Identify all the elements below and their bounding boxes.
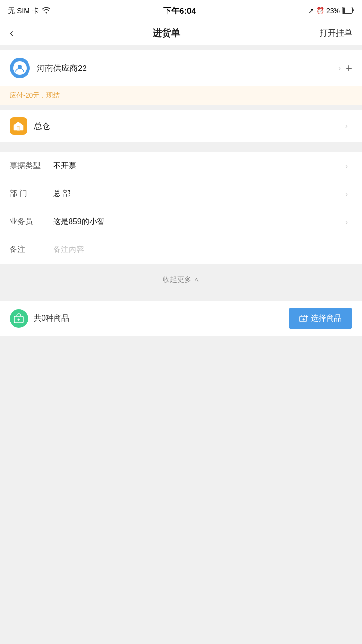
product-icon — [10, 309, 28, 328]
status-left: 无 SIM 卡 — [8, 6, 51, 15]
location-icon: ↗ — [308, 7, 314, 14]
field-row-remark[interactable]: 备注 备注内容 — [0, 236, 362, 264]
field-section: 票据类型 不开票 › 部 门 总 部 › 业务员 这是859的小智 › 备注 备… — [0, 152, 362, 264]
salesperson-chevron-icon: › — [345, 218, 348, 226]
collapse-button[interactable]: 收起更多 ∧ — [0, 268, 362, 291]
notice-text: 应付-20元，现结 — [10, 91, 60, 99]
invoice-type-chevron-icon: › — [345, 162, 348, 170]
battery-icon — [342, 7, 354, 15]
status-bar: 无 SIM 卡 下午6:04 ↗ ⏰ 23% — [0, 0, 362, 21]
field-row-invoice-type[interactable]: 票据类型 不开票 › — [0, 152, 362, 180]
avatar-inner — [13, 61, 27, 75]
svg-rect-4 — [17, 127, 20, 130]
page-title: 进货单 — [153, 27, 180, 40]
field-row-salesperson[interactable]: 业务员 这是859的小智 › — [0, 208, 362, 236]
field-value-salesperson: 这是859的小智 — [53, 217, 345, 227]
section-divider-top — [0, 45, 362, 50]
warehouse-name: 总仓 — [34, 121, 345, 132]
carrier-label: 无 SIM 卡 — [8, 6, 39, 15]
section-divider-2 — [0, 105, 362, 110]
bottom-bar: 共0种商品 选择商品 — [0, 301, 362, 336]
warehouse-row[interactable]: 总仓 › — [0, 110, 362, 142]
field-row-department[interactable]: 部 门 总 部 › — [0, 180, 362, 208]
field-label-invoice-type: 票据类型 — [10, 161, 48, 171]
section-divider-3 — [0, 142, 362, 147]
warehouse-chevron-icon: › — [345, 122, 348, 130]
section-divider-4 — [0, 291, 362, 296]
field-placeholder-remark[interactable]: 备注内容 — [53, 245, 352, 255]
collapse-label: 收起更多 ∧ — [163, 275, 199, 283]
supplier-avatar — [10, 58, 30, 78]
add-supplier-button[interactable]: + — [346, 61, 352, 75]
wifi-icon — [42, 7, 51, 15]
field-value-invoice-type: 不开票 — [53, 161, 345, 171]
open-pending-button[interactable]: 打开挂单 — [320, 28, 352, 39]
product-count-label: 共0种商品 — [34, 313, 289, 323]
select-product-button[interactable]: 选择商品 — [289, 308, 352, 329]
select-product-label: 选择商品 — [311, 313, 342, 323]
notice-bar: 应付-20元，现结 — [0, 86, 362, 105]
status-time: 下午6:04 — [163, 5, 196, 16]
battery-label: 23% — [326, 7, 340, 14]
alarm-icon: ⏰ — [316, 7, 324, 14]
field-label-department: 部 门 — [10, 189, 48, 199]
warehouse-section: 总仓 › — [0, 110, 362, 142]
warehouse-icon — [10, 117, 27, 135]
supplier-chevron-icon: › — [338, 64, 341, 72]
supplier-row[interactable]: 河南供应商22 › + — [0, 50, 362, 86]
field-label-remark: 备注 — [10, 245, 48, 255]
status-right: ↗ ⏰ 23% — [308, 7, 354, 15]
supplier-section: 河南供应商22 › + 应付-20元，现结 — [0, 50, 362, 105]
nav-bar: ‹ 进货单 打开挂单 — [0, 21, 362, 45]
field-value-department: 总 部 — [53, 189, 345, 199]
department-chevron-icon: › — [345, 190, 348, 198]
back-button[interactable]: ‹ — [10, 27, 13, 40]
svg-rect-1 — [342, 7, 345, 13]
supplier-name: 河南供应商22 — [37, 63, 338, 74]
field-label-salesperson: 业务员 — [10, 217, 48, 227]
